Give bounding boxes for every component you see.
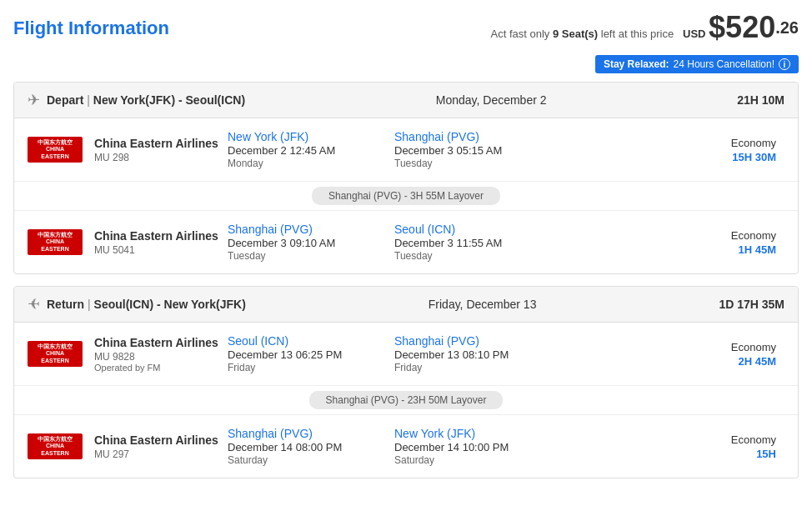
to-airport-2: Seoul (ICN) December 3 11:55 AM Tuesday — [394, 223, 561, 262]
price-cents: .26 — [775, 18, 799, 37]
ce-logo-r1: 中国东方航空CHINA EASTERN — [28, 341, 83, 367]
duration-cell-1: Economy 15H 30M — [561, 137, 784, 163]
return-flight-card: ✈ Return | Seoul(ICN) - New York(JFK) Fr… — [13, 286, 799, 478]
flight-duration-2: 1H 45M — [561, 243, 776, 256]
depart-segment-label: Depart | New York(JFK) - Seoul(ICN) — [47, 93, 245, 107]
from-day-1: Monday — [228, 158, 394, 169]
airline-name-r1: China Eastern Airlines — [94, 336, 228, 349]
airline-logo-cell-r1: 中国东方航空CHINA EASTERN — [28, 343, 94, 366]
from-day-r1: Friday — [228, 362, 394, 373]
from-airport-r2: Shanghai (PVG) December 14 08:00 PM Satu… — [228, 427, 394, 466]
to-airport-r2: New York (JFK) December 14 10:00 PM Satu… — [394, 427, 561, 466]
airline-name-2: China Eastern Airlines — [94, 229, 228, 243]
from-airport-name-r2[interactable]: Shanghai (PVG) — [228, 427, 394, 440]
return-segment-left: ✈ Return | Seoul(ICN) - New York(JFK) — [28, 295, 246, 313]
to-day-r1: Friday — [394, 362, 561, 373]
layover-row-2: Shanghai (PVG) - 23H 50M Layover — [14, 386, 798, 415]
airline-info-r1: China Eastern Airlines MU 9828 Operated … — [94, 336, 228, 373]
from-airport-r1: Seoul (ICN) December 13 06:25 PM Friday — [228, 334, 394, 373]
airline-name-1: China Eastern Airlines — [94, 137, 228, 150]
from-airport-2: Shanghai (PVG) December 3 09:10 AM Tuesd… — [228, 223, 394, 262]
ce-logo-2: 中国东方航空CHINA EASTERN — [28, 229, 83, 255]
from-datetime-r2: December 14 08:00 PM — [228, 441, 394, 453]
return-segment-header: ✈ Return | Seoul(ICN) - New York(JFK) Fr… — [14, 287, 798, 323]
currency-label: USD — [683, 28, 705, 40]
flight-number-2: MU 5041 — [94, 244, 228, 256]
airline-logo-cell-1: 中国东方航空CHINA EASTERN — [28, 138, 94, 162]
duration-cell-2: Economy 1H 45M — [561, 229, 784, 256]
from-day-2: Tuesday — [228, 250, 394, 262]
airline-logo-r1: 中国东方航空CHINA EASTERN — [28, 343, 83, 366]
return-segment-label: Return | Seoul(ICN) - New York(JFK) — [47, 298, 246, 311]
flight-duration-r1: 2H 45M — [561, 355, 776, 368]
to-day-1: Tuesday — [394, 158, 561, 169]
depart-total-duration: 21H 10M — [737, 93, 784, 107]
to-datetime-2: December 3 11:55 AM — [394, 237, 561, 249]
from-day-r2: Saturday — [228, 454, 394, 466]
to-airport-name-r1[interactable]: Shanghai (PVG) — [394, 334, 561, 348]
airline-info-2: China Eastern Airlines MU 5041 — [94, 229, 228, 256]
to-airport-r1: Shanghai (PVG) December 13 08:10 PM Frid… — [394, 334, 561, 373]
airline-logo-r2: 中国东方航空CHINA EASTERN — [28, 435, 83, 458]
airline-logo-cell-r2: 中国东方航空CHINA EASTERN — [28, 435, 94, 458]
stay-relaxed-badge: Stay Relaxed: 24 Hours Cancellation! i — [595, 55, 799, 73]
to-airport-name-1[interactable]: Shanghai (PVG) — [394, 130, 561, 143]
price-section: Act fast only 9 Seat(s) left at this pri… — [491, 10, 799, 47]
page-title: Flight Information — [13, 18, 169, 39]
duration-cell-r1: Economy 2H 45M — [561, 341, 784, 368]
return-date: Friday, December 13 — [429, 298, 537, 311]
layover-row-1: Shanghai (PVG) - 3H 55M Layover — [14, 182, 798, 211]
depart-segment-left: ✈ Depart | New York(JFK) - Seoul(ICN) — [28, 91, 245, 109]
from-airport-1: New York (JFK) December 2 12:45 AM Monda… — [228, 130, 394, 169]
to-airport-name-2[interactable]: Seoul (ICN) — [394, 223, 561, 236]
ce-logo-1: 中国东方航空CHINA EASTERN — [28, 137, 83, 163]
cabin-class-r1: Economy — [561, 341, 776, 353]
from-datetime-2: December 3 09:10 AM — [228, 237, 394, 249]
flight-number-r2: MU 297 — [94, 448, 228, 460]
layover-badge-2: Shanghai (PVG) - 23H 50M Layover — [309, 391, 504, 409]
airline-logo-1: 中国东方航空CHINA EASTERN — [28, 138, 83, 162]
cabin-class-2: Economy — [561, 229, 776, 242]
info-icon[interactable]: i — [779, 58, 790, 70]
to-day-2: Tuesday — [394, 250, 561, 262]
seats-count: 9 Seat(s) — [553, 28, 598, 40]
depart-segment-header: ✈ Depart | New York(JFK) - Seoul(ICN) Mo… — [14, 83, 798, 118]
price-main: $520 — [709, 10, 775, 44]
return-total-duration: 1D 17H 35M — [719, 298, 784, 311]
stay-relaxed-banner: Stay Relaxed: 24 Hours Cancellation! i — [13, 55, 799, 73]
depart-flight-row-1: 中国东方航空CHINA EASTERN China Eastern Airlin… — [14, 118, 798, 182]
to-datetime-1: December 3 05:15 AM — [394, 144, 561, 157]
depart-flight-row-2: 中国东方航空CHINA EASTERN China Eastern Airlin… — [14, 211, 798, 273]
urgency-text: Act fast only 9 Seat(s) left at this pri… — [491, 10, 799, 45]
depart-flight-card: ✈ Depart | New York(JFK) - Seoul(ICN) Mo… — [13, 82, 799, 274]
airline-info-r2: China Eastern Airlines MU 297 — [94, 433, 228, 460]
from-airport-name-r1[interactable]: Seoul (ICN) — [228, 334, 394, 348]
airline-name-r2: China Eastern Airlines — [94, 433, 228, 447]
to-datetime-r2: December 14 10:00 PM — [394, 441, 561, 453]
from-airport-name-2[interactable]: Shanghai (PVG) — [228, 223, 394, 236]
header: Flight Information Act fast only 9 Seat(… — [13, 10, 799, 47]
to-airport-name-r2[interactable]: New York (JFK) — [394, 427, 561, 440]
flight-duration-r2: 15H — [561, 448, 776, 460]
ce-logo-r2: 中国东方航空CHINA EASTERN — [28, 433, 83, 459]
stay-relaxed-bold: Stay Relaxed: — [604, 58, 669, 70]
from-datetime-1: December 2 12:45 AM — [228, 144, 394, 157]
layover-badge-1: Shanghai (PVG) - 3H 55M Layover — [312, 187, 500, 205]
airline-logo-cell-2: 中国东方航空CHINA EASTERN — [28, 231, 94, 254]
return-plane-icon: ✈ — [28, 295, 40, 313]
airline-info-1: China Eastern Airlines MU 298 — [94, 137, 228, 163]
airline-logo-2: 中国东方航空CHINA EASTERN — [28, 231, 83, 254]
duration-cell-r2: Economy 15H — [561, 433, 784, 460]
return-flight-row-2: 中国东方航空CHINA EASTERN China Eastern Airlin… — [14, 415, 798, 478]
to-day-r2: Saturday — [394, 454, 561, 466]
cabin-class-1: Economy — [561, 137, 776, 149]
stay-relaxed-text: 24 Hours Cancellation! — [674, 58, 774, 70]
to-datetime-r1: December 13 08:10 PM — [394, 348, 561, 361]
depart-plane-icon: ✈ — [28, 91, 40, 109]
flight-duration-1: 15H 30M — [561, 151, 776, 163]
depart-date: Monday, December 2 — [436, 93, 547, 107]
from-airport-name-1[interactable]: New York (JFK) — [228, 130, 394, 143]
flight-number-r1: MU 9828 — [94, 351, 228, 363]
flight-number-1: MU 298 — [94, 152, 228, 163]
operated-by-r1: Operated by FM — [94, 363, 228, 373]
